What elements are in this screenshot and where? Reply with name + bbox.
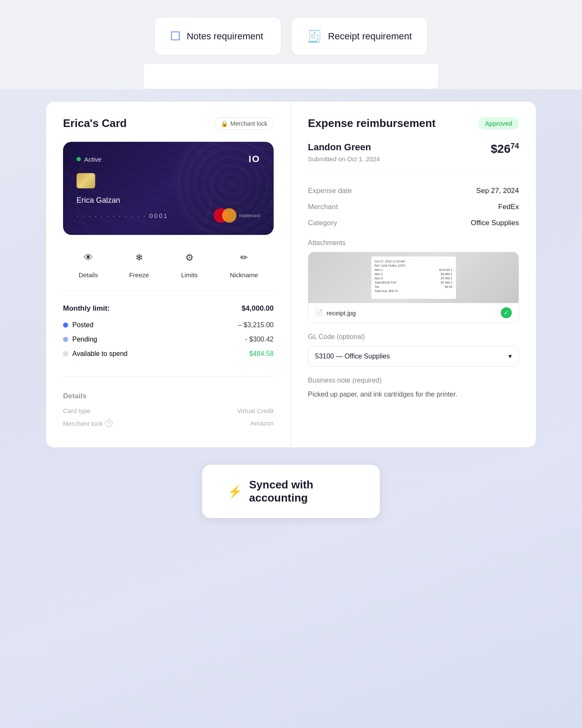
card-brand: IO [249,154,260,165]
freeze-action[interactable]: ❄ Freeze [129,248,149,279]
merchant-lock-row: Merchant lock ? Amazon [63,419,274,427]
card-type-row: Card type Virtual Credit [63,407,274,414]
business-note-label: Business note (required) [308,377,519,384]
nickname-action[interactable]: ✏ Nickname [230,248,258,279]
category-value: Office Supplies [471,219,519,227]
posted-dot [63,323,68,328]
available-stat-row: Available to spend $484.58 [63,350,274,358]
pending-value: - $300.42 [245,336,274,343]
monthly-limit-value: $4,000.00 [242,304,274,313]
expense-amount: $2674 [491,142,519,156]
file-icon: 📄 [315,309,323,317]
attachments-section: Attachments Oct 27, 2019 11:42 AM Ref: 1… [308,239,519,323]
card-type-value: Virtual Credit [237,407,274,414]
lightning-icon: ⚡ [228,485,242,499]
attachment-check-icon: ✓ [501,307,512,318]
expense-date-value: Sep 27, 2024 [476,187,519,195]
notes-requirement-label: Notes requirement [187,31,263,42]
details-action[interactable]: 👁 Details [79,248,98,279]
expense-title: Expense reimbursement [308,117,436,130]
merchant-lock-badge[interactable]: 🔒 Merchant lock [214,117,274,130]
chevron-down-icon: ▾ [508,352,512,360]
available-dot [63,351,68,356]
approved-badge: Approved [478,117,519,130]
merchant-row: Merchant FedEx [308,203,519,211]
business-note-text: Picked up paper, and ink cartridges for … [308,389,519,400]
merchant-lock-detail-label: Merchant lock [63,420,102,427]
business-note-section: Business note (required) Picked up paper… [308,377,519,400]
notes-icon: ☐ [170,29,181,43]
expense-date-label: Expense date [308,187,352,195]
amount-dollars: $26 [491,142,511,155]
nickname-icon: ✏ [235,248,253,267]
limits-icon: ⚙ [180,248,199,267]
pending-label: Pending [72,336,97,343]
card-number: · · · · · · · · · · · · 0001 [77,212,168,219]
submitter-info: Landon Green Submitted on Oct 1, 2024 [308,142,380,163]
submitter-row: Landon Green Submitted on Oct 1, 2024 $2… [308,142,519,175]
expense-details: Expense date Sep 27, 2024 Merchant FedEx… [308,187,519,227]
submitted-date: Submitted on Oct 1, 2024 [308,155,380,163]
gl-code-section: GL Code (optional) 53100 — Office Suppli… [308,333,519,367]
card-actions-row: 👁 Details ❄ Freeze ⚙ Limits ✏ Nickname [63,248,274,291]
gl-code-select[interactable]: 53100 — Office Supplies ▾ [308,346,519,367]
card-panel-title: Erica's Card [63,117,127,130]
posted-stat-row: Posted – $3,215.00 [63,321,274,329]
amount-cents: 74 [511,142,519,150]
top-divider [143,64,439,89]
lock-icon: 🔒 [221,120,228,127]
available-label: Available to spend [72,350,127,358]
card-panel-header: Erica's Card 🔒 Merchant lock [63,117,274,130]
expense-panel: Expense reimbursement Approved Landon Gr… [291,101,536,448]
posted-label: Posted [72,321,93,329]
attachment-preview[interactable]: Oct 27, 2019 11:42 AM Ref: 1234 FedEx 12… [308,252,519,323]
credit-card-visual: Active IO Erica Galzan · · · · · · · · ·… [63,142,274,235]
posted-value: – $3,215.00 [238,321,274,329]
ericacard-panel: Erica's Card 🔒 Merchant lock Active IO E… [46,101,291,448]
mastercard-logo: mastercard [214,208,260,223]
nickname-label: Nickname [230,271,258,279]
merchant-label: Merchant [308,203,338,211]
synced-banner: ⚡ Synced with accounting [202,465,380,518]
freeze-label: Freeze [129,271,149,279]
attachments-label: Attachments [308,239,519,247]
notes-requirement-card[interactable]: ☐ Notes requirement [154,17,281,55]
freeze-icon: ❄ [130,248,148,267]
attachment-footer: 📄 receipt.jpg ✓ [308,303,519,323]
receipt-requirement-card[interactable]: 🧾 Receipt requirement [291,17,427,55]
card-details-section: Details Card type Virtual Credit Merchan… [63,389,274,427]
mc-yellow-circle [222,208,236,223]
card-type-label: Card type [63,407,91,414]
gl-code-value: 53100 — Office Supplies [315,353,390,360]
merchant-lock-label: Merchant lock [231,120,267,127]
category-label: Category [308,219,337,227]
gl-code-label: GL Code (optional) [308,333,519,341]
card-active-badge: Active [77,156,102,163]
receipt-requirement-label: Receipt requirement [328,31,412,42]
receipt-image-area: Oct 27, 2019 11:42 AM Ref: 1234 FedEx 12… [308,252,519,303]
limits-action[interactable]: ⚙ Limits [180,248,199,279]
details-label: Details [79,271,98,279]
expense-header: Expense reimbursement Approved [308,117,519,130]
pending-dot [63,337,68,342]
merchant-value: FedEx [498,203,519,211]
chip-icon [77,173,95,188]
receipt-icon: 🧾 [307,29,322,43]
attachment-name: 📄 receipt.jpg [315,309,356,317]
submitter-name: Landon Green [308,142,380,153]
details-icon: 👁 [79,248,98,267]
pending-stat-row: Pending - $300.42 [63,336,274,343]
card-stats: Monthly limit: $4,000.00 Posted – $3,215… [63,304,274,377]
receipt-filename: receipt.jpg [327,309,356,317]
merchant-lock-info-icon[interactable]: ? [105,419,113,427]
mc-text: mastercard [239,213,260,218]
monthly-limit-label: Monthly limit: [63,304,110,313]
synced-text: Synced with accounting [249,478,354,505]
active-label: Active [84,156,102,163]
active-dot [77,157,81,161]
merchant-lock-detail-value: Amazon [250,419,274,427]
category-row: Category Office Supplies [308,219,519,227]
card-holder-name: Erica Galzan [77,196,260,205]
available-value: $484.58 [249,350,274,358]
details-heading: Details [63,392,274,400]
